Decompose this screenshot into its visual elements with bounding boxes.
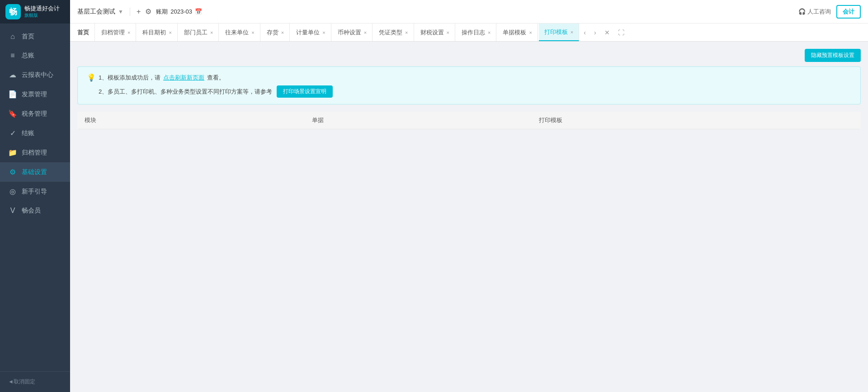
tab-label-tax-settings: 财税设置 <box>420 28 444 37</box>
tab-close-voucher-type[interactable]: × <box>405 30 408 35</box>
tab-voucher-type[interactable]: 凭证类型× <box>373 24 414 41</box>
tab-subject-init[interactable]: 科目期初× <box>137 24 177 41</box>
company-settings-button[interactable]: ⚙ <box>145 7 151 16</box>
tab-print-template[interactable]: 打印模板× <box>539 24 579 41</box>
tab-currency[interactable]: 币种设置× <box>332 24 373 41</box>
tab-close-all-button[interactable]: ✕ <box>601 26 613 39</box>
main-area: 基层工会测试 ▼ + ⚙ 账期 2023-03 📅 🎧 人工咨询 会计 首页归档… <box>70 0 868 392</box>
tab-label-archive-mgmt: 归档管理 <box>101 28 125 37</box>
tab-inventory[interactable]: 存货× <box>261 24 290 41</box>
col-print-template: 打印模板 <box>532 112 861 129</box>
nav-icon-home: ⌂ <box>8 33 17 41</box>
print-explain-button[interactable]: 打印场景设置宣明 <box>277 85 333 98</box>
tab-label-unit: 计量单位 <box>296 28 320 37</box>
tab-label-voucher-type: 凭证类型 <box>379 28 402 37</box>
bulb-icon: 💡 <box>87 73 96 82</box>
company-selector[interactable]: 基层工会测试 ▼ <box>77 8 123 16</box>
tab-label-department: 部门员工 <box>184 28 208 37</box>
hide-preview-button[interactable]: 隐藏预置模板设置 <box>805 49 861 62</box>
tab-label-currency: 币种设置 <box>338 28 361 37</box>
nav-label-reports: 云报表中心 <box>22 71 53 79</box>
sidebar: 畅 畅捷通好会计 旗舰版 ⌂首页≡总账☁云报表中心📄发票管理🔖税务管理✓结账📁归… <box>0 0 70 392</box>
refresh-link[interactable]: 点击刷新新页面 <box>163 74 204 82</box>
tab-close-print-template[interactable]: × <box>571 29 573 35</box>
period-label: 账期 <box>156 8 168 16</box>
table-header-row: 模块 单据 打印模板 <box>77 112 861 129</box>
tab-close-op-log[interactable]: × <box>488 30 491 35</box>
period-display: 账期 2023-03 📅 <box>156 8 202 16</box>
tab-next-button[interactable]: › <box>590 26 600 39</box>
topbar-divider-1 <box>130 8 130 16</box>
table-header: 模块 单据 打印模板 <box>77 112 861 129</box>
tab-op-log[interactable]: 操作日志× <box>456 24 496 41</box>
tab-close-tax-settings[interactable]: × <box>447 30 449 35</box>
info-line1-prefix: 1、模板添加成功后，请 <box>99 74 160 82</box>
col-voucher: 单据 <box>305 112 532 129</box>
sidebar-item-reports[interactable]: ☁云报表中心 <box>0 65 70 85</box>
tab-close-supplier[interactable]: × <box>251 30 254 35</box>
sidebar-item-guide[interactable]: ◎新手引导 <box>0 182 70 201</box>
nav-icon-guide: ◎ <box>8 187 17 196</box>
sidebar-item-invoice[interactable]: 📄发票管理 <box>0 85 70 104</box>
info-row-2: 2、多员工、多打印机、多种业务类型设置不同打印方案等，请参考 打印场景设置宣明 <box>87 85 851 98</box>
tab-prev-button[interactable]: ‹ <box>580 26 590 39</box>
col-module: 模块 <box>77 112 305 129</box>
info-line1-suffix: 查看。 <box>207 74 225 82</box>
tab-close-single-template[interactable]: × <box>529 30 532 35</box>
accountant-button[interactable]: 会计 <box>836 5 861 19</box>
tabbar: 首页归档管理×科目期初×部门员工×往来单位×存货×计量单位×币种设置×凭证类型×… <box>70 24 868 42</box>
calendar-icon[interactable]: 📅 <box>195 8 202 15</box>
tab-department[interactable]: 部门员工× <box>179 24 219 41</box>
action-bar: 隐藏预置模板设置 <box>77 49 861 62</box>
topbar-right: 🎧 人工咨询 会计 <box>798 5 861 19</box>
company-dropdown-icon: ▼ <box>118 9 123 15</box>
nav-label-invoice: 发票管理 <box>22 90 47 99</box>
tab-archive-mgmt[interactable]: 归档管理× <box>96 24 136 41</box>
nav-label-archive: 归档管理 <box>22 149 47 157</box>
tab-unit[interactable]: 计量单位× <box>291 24 331 41</box>
nav-icon-checkout: ✓ <box>8 129 17 137</box>
tab-label-home: 首页 <box>77 28 89 37</box>
tab-tax-settings[interactable]: 财税设置× <box>415 24 455 41</box>
tab-home[interactable]: 首页 <box>72 24 95 41</box>
tab-label-inventory: 存货 <box>267 28 278 37</box>
print-template-table: 模块 单据 打印模板 <box>77 112 861 129</box>
tab-label-supplier: 往来单位 <box>225 28 249 37</box>
sidebar-item-checkout[interactable]: ✓结账 <box>0 123 70 143</box>
tab-close-unit[interactable]: × <box>322 30 325 35</box>
service-button[interactable]: 🎧 人工咨询 <box>798 8 831 16</box>
nav-icon-ledger: ≡ <box>8 52 17 60</box>
sidebar-item-member[interactable]: V畅会员 <box>0 201 70 220</box>
tab-close-archive-mgmt[interactable]: × <box>127 30 130 35</box>
service-label: 人工咨询 <box>807 8 831 16</box>
tab-expand-button[interactable]: ⛶ <box>614 26 628 39</box>
tab-close-department[interactable]: × <box>210 30 213 35</box>
add-company-button[interactable]: + <box>137 8 141 16</box>
nav-icon-reports: ☁ <box>8 71 17 79</box>
sidebar-item-tax[interactable]: 🔖税务管理 <box>0 104 70 123</box>
cancel-pin-button[interactable]: ◄取消固定 <box>0 371 70 392</box>
nav-label-checkout: 结账 <box>22 129 34 137</box>
info-line2-prefix: 2、多员工、多打印机、多种业务类型设置不同打印方案等，请参考 <box>99 88 272 96</box>
topbar: 基层工会测试 ▼ + ⚙ 账期 2023-03 📅 🎧 人工咨询 会计 <box>70 0 868 24</box>
nav-label-tax: 税务管理 <box>22 110 47 118</box>
logo-name: 畅捷通好会计 <box>24 5 60 13</box>
tab-label-single-template: 单据模板 <box>503 28 526 37</box>
tab-supplier[interactable]: 往来单位× <box>220 24 260 41</box>
tab-close-subject-init[interactable]: × <box>169 30 171 35</box>
tab-single-template[interactable]: 单据模板× <box>497 24 538 41</box>
sidebar-item-archive[interactable]: 📁归档管理 <box>0 143 70 162</box>
tab-close-currency[interactable]: × <box>364 30 367 35</box>
nav-label-member: 畅会员 <box>22 207 41 215</box>
info-box: 💡 1、模板添加成功后，请 点击刷新新页面 查看。 2、多员工、多打印机、多种业… <box>77 66 861 104</box>
tab-close-inventory[interactable]: × <box>281 30 284 35</box>
logo-sub: 旗舰版 <box>24 12 60 19</box>
nav-icon-archive: 📁 <box>8 148 17 157</box>
nav-label-ledger: 总账 <box>22 52 34 60</box>
sidebar-item-settings[interactable]: ⚙基础设置 <box>0 162 70 182</box>
sidebar-item-ledger[interactable]: ≡总账 <box>0 46 70 65</box>
period-value: 2023-03 <box>170 8 192 15</box>
nav-label-guide: 新手引导 <box>22 188 47 196</box>
sidebar-item-home[interactable]: ⌂首页 <box>0 27 70 46</box>
nav-icon-member: V <box>8 207 17 215</box>
